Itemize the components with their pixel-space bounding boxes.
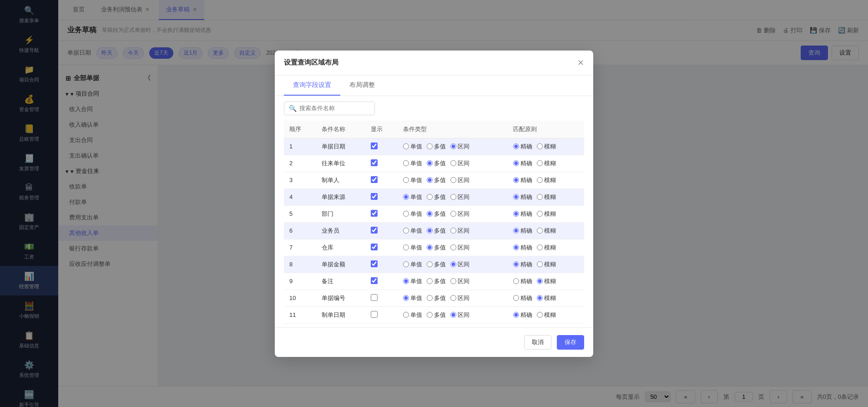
- modal-overlay[interactable]: 设置查询区域布局 ✕ 查询字段设置布局调整 🔍 顺序条件名称显示条件类型匹配原则…: [0, 0, 868, 407]
- radio-match-模糊-2[interactable]: [537, 177, 543, 183]
- row-7-checked[interactable]: [365, 256, 398, 273]
- radio-type-单值-7[interactable]: [403, 261, 409, 267]
- radio-type-区间-4[interactable]: [450, 211, 456, 217]
- modal-tab-query-fields[interactable]: 查询字段设置: [284, 76, 340, 96]
- cancel-button[interactable]: 取消: [524, 335, 551, 350]
- row-4-checked[interactable]: [365, 205, 398, 222]
- radio-type-单值-2[interactable]: [403, 177, 409, 183]
- row-3-type[interactable]: 单值多值区间: [398, 188, 508, 205]
- radio-type-单值-0[interactable]: [403, 143, 409, 149]
- radio-type-单值-9[interactable]: [403, 295, 409, 301]
- radio-type-区间-1[interactable]: [450, 160, 456, 166]
- row-0-checked[interactable]: [365, 138, 398, 155]
- radio-match-模糊-0[interactable]: [537, 143, 543, 149]
- radio-type-多值-3[interactable]: [427, 194, 433, 200]
- row-6-checked[interactable]: [365, 239, 398, 256]
- checkbox-1[interactable]: [371, 159, 378, 166]
- checkbox-7[interactable]: [371, 260, 378, 267]
- radio-type-多值-7[interactable]: [427, 261, 433, 267]
- row-7-match[interactable]: 精确模糊: [508, 256, 584, 273]
- checkbox-4[interactable]: [371, 210, 378, 217]
- radio-match-模糊-7[interactable]: [537, 261, 543, 267]
- row-9-match[interactable]: 精确模糊: [508, 290, 584, 306]
- radio-type-单值-1[interactable]: [403, 160, 409, 166]
- radio-type-区间-2[interactable]: [450, 177, 456, 183]
- row-8-checked[interactable]: [365, 273, 398, 290]
- radio-type-单值-8[interactable]: [403, 278, 409, 284]
- modal-tab-layout[interactable]: 布局调整: [340, 76, 384, 96]
- row-1-checked[interactable]: [365, 155, 398, 172]
- radio-match-精确-0[interactable]: [513, 143, 519, 149]
- radio-type-多值-10[interactable]: [427, 312, 433, 318]
- checkbox-8[interactable]: [371, 277, 378, 284]
- radio-match-模糊-6[interactable]: [537, 244, 543, 250]
- row-2-match[interactable]: 精确模糊: [508, 172, 584, 188]
- row-9-checked[interactable]: [365, 290, 398, 306]
- radio-match-精确-5[interactable]: [513, 228, 519, 234]
- radio-match-精确-6[interactable]: [513, 244, 519, 250]
- radio-type-多值-2[interactable]: [427, 177, 433, 183]
- radio-match-精确-10[interactable]: [513, 312, 519, 318]
- row-5-type[interactable]: 单值多值区间: [398, 222, 508, 239]
- radio-match-精确-9[interactable]: [513, 295, 519, 301]
- radio-type-多值-1[interactable]: [427, 160, 433, 166]
- row-3-match[interactable]: 精确模糊: [508, 188, 584, 205]
- radio-match-模糊-9[interactable]: [537, 295, 543, 301]
- radio-type-区间-10[interactable]: [450, 312, 456, 318]
- checkbox-0[interactable]: [371, 142, 378, 149]
- save-button[interactable]: 保存: [557, 335, 584, 350]
- radio-match-模糊-5[interactable]: [537, 228, 543, 234]
- checkbox-5[interactable]: [371, 227, 378, 234]
- radio-type-区间-0[interactable]: [450, 143, 456, 149]
- row-10-checked[interactable]: [365, 306, 398, 323]
- checkbox-6[interactable]: [371, 244, 378, 250]
- radio-match-模糊-3[interactable]: [537, 194, 543, 200]
- row-1-match[interactable]: 精确模糊: [508, 155, 584, 172]
- row-4-type[interactable]: 单值多值区间: [398, 205, 508, 222]
- checkbox-10[interactable]: [371, 311, 378, 318]
- radio-type-单值-6[interactable]: [403, 244, 409, 250]
- checkbox-3[interactable]: [371, 193, 378, 200]
- radio-match-精确-2[interactable]: [513, 177, 519, 183]
- radio-match-模糊-8[interactable]: [537, 278, 543, 284]
- radio-type-单值-3[interactable]: [403, 194, 409, 200]
- row-5-checked[interactable]: [365, 222, 398, 239]
- radio-match-模糊-4[interactable]: [537, 211, 543, 217]
- radio-type-多值-5[interactable]: [427, 228, 433, 234]
- row-1-type[interactable]: 单值多值区间: [398, 155, 508, 172]
- row-6-type[interactable]: 单值多值区间: [398, 239, 508, 256]
- radio-match-精确-7[interactable]: [513, 261, 519, 267]
- radio-type-多值-0[interactable]: [427, 143, 433, 149]
- checkbox-2[interactable]: [371, 176, 378, 183]
- search-input[interactable]: [299, 105, 370, 112]
- row-0-type[interactable]: 单值多值区间: [398, 138, 508, 155]
- row-7-type[interactable]: 单值多值区间: [398, 256, 508, 273]
- radio-type-多值-8[interactable]: [427, 278, 433, 284]
- radio-type-区间-6[interactable]: [450, 244, 456, 250]
- radio-match-模糊-10[interactable]: [537, 312, 543, 318]
- radio-type-区间-5[interactable]: [450, 228, 456, 234]
- radio-type-多值-6[interactable]: [427, 244, 433, 250]
- row-2-checked[interactable]: [365, 172, 398, 188]
- close-icon[interactable]: ✕: [577, 58, 584, 68]
- radio-match-精确-1[interactable]: [513, 160, 519, 166]
- radio-match-模糊-1[interactable]: [537, 160, 543, 166]
- radio-type-单值-5[interactable]: [403, 228, 409, 234]
- radio-type-单值-10[interactable]: [403, 312, 409, 318]
- row-2-type[interactable]: 单值多值区间: [398, 172, 508, 188]
- row-4-match[interactable]: 精确模糊: [508, 205, 584, 222]
- radio-type-多值-4[interactable]: [427, 211, 433, 217]
- row-6-match[interactable]: 精确模糊: [508, 239, 584, 256]
- radio-type-单值-4[interactable]: [403, 211, 409, 217]
- row-5-match[interactable]: 精确模糊: [508, 222, 584, 239]
- row-10-type[interactable]: 单值多值区间: [398, 306, 508, 323]
- row-8-type[interactable]: 单值多值区间: [398, 273, 508, 290]
- radio-match-精确-3[interactable]: [513, 194, 519, 200]
- radio-type-区间-3[interactable]: [450, 194, 456, 200]
- radio-match-精确-4[interactable]: [513, 211, 519, 217]
- row-0-match[interactable]: 精确模糊: [508, 138, 584, 155]
- row-8-match[interactable]: 精确模糊: [508, 273, 584, 290]
- radio-match-精确-8[interactable]: [513, 278, 519, 284]
- radio-type-区间-7[interactable]: [450, 261, 456, 267]
- radio-type-区间-8[interactable]: [450, 278, 456, 284]
